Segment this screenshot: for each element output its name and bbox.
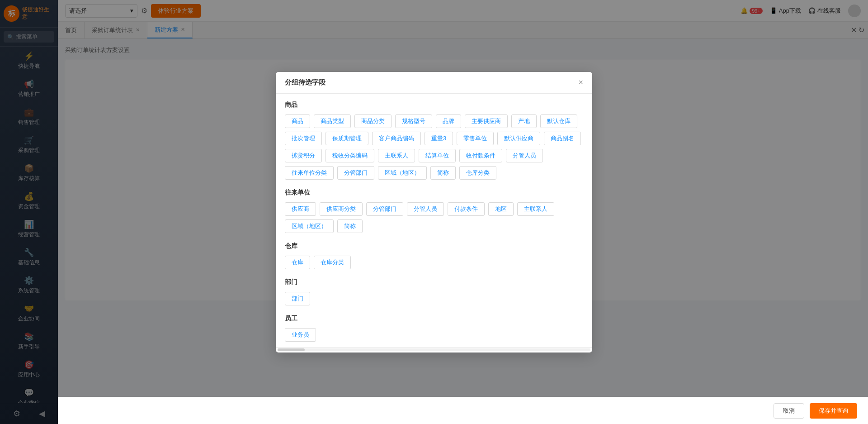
field-tag[interactable]: 商品分类 bbox=[354, 114, 392, 128]
field-tag[interactable]: 税收分类编码 bbox=[326, 149, 374, 162]
field-tag[interactable]: 分管部门 bbox=[337, 166, 374, 180]
field-group-employee: 员工业务员 bbox=[285, 314, 583, 342]
modal-hscroll[interactable] bbox=[276, 347, 592, 353]
field-tag[interactable]: 主联系人 bbox=[378, 149, 415, 162]
field-tag[interactable]: 往来单位分类 bbox=[285, 166, 334, 180]
field-group-title-department: 部门 bbox=[285, 278, 583, 286]
field-group-partner: 往来单位供应商供应商分类分管部门分管人员付款条件地区主联系人区域（地区）简称 bbox=[285, 189, 583, 233]
field-tag[interactable]: 产地 bbox=[511, 114, 537, 128]
field-tag[interactable]: 简称 bbox=[337, 219, 363, 233]
field-tag[interactable]: 收付款条件 bbox=[459, 149, 502, 162]
modal: 分组待选字段 × 商品商品商品类型商品分类规格型号品牌主要供应商产地默认仓库批次… bbox=[276, 72, 592, 353]
field-tag[interactable]: 供应商分类 bbox=[320, 202, 363, 216]
field-tag[interactable]: 业务员 bbox=[285, 328, 316, 342]
field-tag[interactable]: 分管人员 bbox=[407, 202, 444, 216]
footer-actions: 取消 保存并查询 bbox=[58, 397, 868, 424]
field-group-department: 部门部门 bbox=[285, 278, 583, 305]
field-tag[interactable]: 部门 bbox=[285, 292, 310, 305]
field-tag[interactable]: 主联系人 bbox=[517, 202, 554, 216]
hscroll-track bbox=[278, 348, 590, 351]
field-group-title-product: 商品 bbox=[285, 101, 583, 109]
field-tag[interactable]: 仓库 bbox=[285, 256, 310, 269]
field-tag[interactable]: 商品类型 bbox=[314, 114, 351, 128]
field-tag[interactable]: 结算单位 bbox=[419, 149, 456, 162]
field-group-title-warehouse: 仓库 bbox=[285, 242, 583, 250]
field-tag[interactable]: 仓库分类 bbox=[459, 166, 496, 180]
field-tag[interactable]: 简称 bbox=[430, 166, 456, 180]
cancel-button[interactable]: 取消 bbox=[774, 403, 804, 419]
field-tag[interactable]: 默认仓库 bbox=[540, 114, 577, 128]
field-group-title-employee: 员工 bbox=[285, 314, 583, 323]
field-tag[interactable]: 保质期管理 bbox=[326, 132, 368, 145]
field-tag[interactable]: 重量3 bbox=[425, 132, 453, 145]
modal-title: 分组待选字段 bbox=[285, 78, 326, 87]
field-tag[interactable]: 区域（地区） bbox=[378, 166, 427, 180]
field-tags-partner: 供应商供应商分类分管部门分管人员付款条件地区主联系人区域（地区）简称 bbox=[285, 202, 583, 233]
save-button[interactable]: 保存并查询 bbox=[810, 403, 857, 419]
field-tag[interactable]: 批次管理 bbox=[285, 132, 322, 145]
modal-close-icon[interactable]: × bbox=[578, 78, 583, 86]
field-tag[interactable]: 零售单位 bbox=[457, 132, 494, 145]
modal-body: 商品商品商品类型商品分类规格型号品牌主要供应商产地默认仓库批次管理保质期管理客户… bbox=[276, 94, 592, 347]
field-tag[interactable]: 规格型号 bbox=[395, 114, 432, 128]
field-group-warehouse: 仓库仓库仓库分类 bbox=[285, 242, 583, 269]
field-tag[interactable]: 供应商 bbox=[285, 202, 316, 216]
field-tag[interactable]: 付款条件 bbox=[448, 202, 485, 216]
field-tags-employee: 业务员 bbox=[285, 328, 583, 342]
field-tag[interactable]: 分管部门 bbox=[366, 202, 403, 216]
field-tag[interactable]: 商品别名 bbox=[544, 132, 581, 145]
field-group-product: 商品商品商品类型商品分类规格型号品牌主要供应商产地默认仓库批次管理保质期管理客户… bbox=[285, 101, 583, 180]
field-tags-product: 商品商品类型商品分类规格型号品牌主要供应商产地默认仓库批次管理保质期管理客户商品… bbox=[285, 114, 583, 180]
hscroll-thumb[interactable] bbox=[278, 348, 305, 351]
field-tag[interactable]: 品牌 bbox=[436, 114, 461, 128]
field-tag[interactable]: 主要供应商 bbox=[465, 114, 508, 128]
field-group-title-partner: 往来单位 bbox=[285, 189, 583, 197]
field-tag[interactable]: 区域（地区） bbox=[285, 219, 334, 233]
field-tag[interactable]: 仓库分类 bbox=[314, 256, 351, 269]
field-tags-department: 部门 bbox=[285, 292, 583, 305]
field-tag[interactable]: 地区 bbox=[488, 202, 514, 216]
field-tag[interactable]: 默认供应商 bbox=[497, 132, 540, 145]
field-tags-warehouse: 仓库仓库分类 bbox=[285, 256, 583, 269]
field-tag[interactable]: 拣货积分 bbox=[285, 149, 322, 162]
modal-header: 分组待选字段 × bbox=[276, 72, 592, 94]
field-tag[interactable]: 客户商品编码 bbox=[372, 132, 421, 145]
field-tag[interactable]: 商品 bbox=[285, 114, 310, 128]
field-tag[interactable]: 分管人员 bbox=[506, 149, 543, 162]
